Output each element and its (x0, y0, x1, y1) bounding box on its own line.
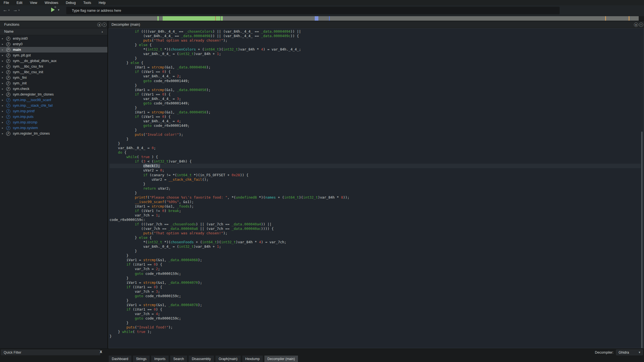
tab-bar: DashboardStringsImportsSearchDisassembly… (109, 356, 298, 362)
memory-segment (163, 16, 215, 21)
code-line: goto code_r0x00001449; (110, 79, 642, 83)
decompiler-select-label: Decompiler: (595, 351, 614, 354)
function-name: sym.imp.__isoc99_scanf (13, 98, 51, 102)
tab-disassembly[interactable]: Disassembly (189, 356, 214, 362)
code-line: iVar1 = strcmp(&s1, _foods); (110, 204, 642, 209)
function-row-sym-init[interactable]: ▸ƒxsym._init (0, 80, 107, 86)
function-row-sym-imp-strcmp[interactable]: ▸ƒisym.imp.strcmp (0, 120, 107, 125)
tab-search[interactable]: Search (170, 356, 187, 362)
code-line: (var_84h._4_4_ == _data.00004098)) || (v… (110, 34, 642, 38)
forward-button[interactable]: →▾ (13, 7, 18, 13)
function-name: sym.imp.__stack_chk_fail (13, 104, 53, 108)
function-row-sym-imp-isoc99-scanf[interactable]: ▸ƒisym.imp.__isoc99_scanf (0, 97, 107, 103)
tab-imports[interactable]: Imports (151, 356, 169, 362)
function-name: sym.__do_global_dtors_aux (13, 59, 56, 63)
code-line: } while( true ); (110, 330, 642, 334)
code-line: iVar1 = strcmp(&s1, _data.00004058); (110, 110, 642, 115)
tab-strings[interactable]: Strings (133, 356, 150, 362)
menu-bar: FileEditViewWindowsDebugToolsHelp (0, 0, 644, 5)
scrollbar-handle[interactable] (641, 132, 643, 348)
expand-arrow-icon[interactable]: ▸ (2, 99, 5, 101)
close-panel-icon[interactable]: ✕ (102, 23, 106, 27)
code-line: } (110, 83, 642, 88)
expand-arrow-icon[interactable]: ▸ (2, 104, 5, 107)
tab-dashboard[interactable]: Dashboard (109, 356, 131, 362)
function-row-main[interactable]: ▸ƒmmain (0, 47, 107, 53)
function-row-sym-imp-stack-chk-fail[interactable]: ▸ƒisym.imp.__stack_chk_fail (0, 103, 107, 108)
function-row-sym-plt-got[interactable]: ▸ƒxsym..plt.got (0, 53, 107, 58)
functions-panel: Functions ◆ ✕ Name ▴ ▸ƒxentry.init0▸ƒxen… (0, 21, 107, 348)
functions-panel-header: Functions ◆ ✕ (0, 21, 107, 28)
start-debug-button[interactable]: D (51, 7, 58, 14)
expand-arrow-icon[interactable]: ▸ (2, 37, 5, 40)
expand-arrow-icon[interactable]: ▸ (2, 93, 5, 96)
code-line: do { (110, 150, 642, 155)
expand-arrow-icon[interactable]: ▸ (2, 82, 5, 85)
expand-arrow-icon[interactable]: ▸ (2, 121, 5, 124)
expand-arrow-icon[interactable]: ▸ (2, 43, 5, 46)
function-icon: ƒi (6, 98, 10, 102)
decompiler-select[interactable]: Ghidra ▼ (616, 349, 643, 355)
expand-arrow-icon[interactable]: ▸ (2, 71, 5, 73)
menu-item-windows[interactable]: Windows (42, 1, 61, 5)
menu-item-file[interactable]: File (1, 1, 11, 5)
selected-token[interactable]: check(); (143, 164, 160, 168)
function-row-sym-do-global-dtors-aux[interactable]: ▸ƒxsym.__do_global_dtors_aux (0, 58, 107, 64)
function-row-sym-register-tm-clones[interactable]: ▸ƒxsym.register_tm_clones (0, 131, 107, 136)
flag-address-search-input[interactable] (66, 7, 560, 14)
expand-arrow-icon[interactable]: ▸ (2, 48, 5, 51)
expand-arrow-icon[interactable]: ▸ (2, 87, 5, 90)
function-row-sym-libc-csu-init[interactable]: ▸ƒxsym.__libc_csu_init (0, 69, 107, 75)
functions-list: ▸ƒxentry.init0▸ƒxentry0▸ƒmmain▸ƒxsym..pl… (0, 36, 107, 348)
expand-arrow-icon[interactable]: ▸ (2, 132, 5, 135)
vertical-scrollbar[interactable] (641, 35, 643, 348)
expand-arrow-icon[interactable]: ▸ (2, 54, 5, 57)
code-line: ((var_7ch == _data.000040a8 || (var_7ch … (110, 227, 642, 231)
function-row-sym-imp-puts[interactable]: ▸ƒisym.imp.puts (0, 114, 107, 120)
function-row-sym-libc-csu-fini[interactable]: ▸ƒxsym.__libc_csu_fini (0, 64, 107, 69)
memory-map-bar[interactable] (0, 16, 644, 21)
debug-options-dropdown-icon[interactable]: ▾ (58, 8, 60, 12)
menu-item-edit[interactable]: Edit (14, 1, 25, 5)
function-row-entry-init0[interactable]: ▸ƒxentry.init0 (0, 36, 107, 41)
menu-item-view[interactable]: View (27, 1, 40, 5)
functions-column-header[interactable]: Name ▴ (0, 28, 107, 35)
undock-panel-icon[interactable]: ◆ (97, 23, 101, 27)
function-row-sym-check[interactable]: ▸ƒxsym.check (0, 86, 107, 92)
code-line: } (110, 249, 642, 253)
tab-graph-main[interactable]: Graph(main) (216, 356, 240, 362)
back-button[interactable]: ←▾ (3, 7, 8, 13)
expand-arrow-icon[interactable]: ▸ (2, 127, 5, 129)
expand-arrow-icon[interactable]: ▸ (2, 110, 5, 113)
expand-arrow-icon[interactable]: ▸ (2, 65, 5, 68)
function-row-sym-fini[interactable]: ▸ƒxsym._fini (0, 75, 107, 80)
function-icon: ƒx (6, 70, 10, 74)
menu-item-help[interactable]: Help (96, 1, 108, 5)
code-line: iVar1 = strcmp(&s1, _data.00004048); (110, 65, 642, 70)
tab-hexdump[interactable]: Hexdump (242, 356, 263, 362)
function-name: sym.__libc_csu_fini (13, 65, 43, 68)
function-row-sym-imp-system[interactable]: ▸ƒisym.imp.system (0, 125, 107, 131)
code-line: } (110, 253, 642, 258)
function-row-sym-imp-printf[interactable]: ▸ƒisym.imp.printf (0, 108, 107, 114)
function-icon: ƒi (6, 104, 10, 108)
menu-item-debug[interactable]: Debug (63, 1, 78, 5)
close-panel-icon[interactable]: ✕ (639, 23, 643, 27)
function-row-entry0[interactable]: ▸ƒxentry0 (0, 41, 107, 47)
back-dropdown-icon[interactable]: ▾ (8, 7, 10, 13)
code-line: if (iVar1 == 0) { (110, 262, 642, 267)
code-line: uVar2 = 0; (110, 168, 642, 173)
expand-arrow-icon[interactable]: ▸ (2, 76, 5, 79)
code-line: goto code_r0x00001449; (110, 123, 642, 128)
undock-panel-icon[interactable]: ◆ (634, 23, 638, 27)
tab-decompiler-main[interactable]: Decompiler (main) (264, 356, 298, 362)
expand-arrow-icon[interactable]: ▸ (2, 115, 5, 118)
menu-item-tools[interactable]: Tools (81, 1, 94, 5)
function-row-sym-deregister-tm-clones[interactable]: ▸ƒxsym.deregister_tm_clones (0, 92, 107, 97)
expand-arrow-icon[interactable]: ▸ (2, 59, 5, 62)
quick-filter-clear-button[interactable]: X (100, 350, 102, 354)
forward-dropdown-icon[interactable]: ▾ (18, 7, 20, 13)
quick-filter-input[interactable] (1, 349, 100, 355)
debug-badge: D (55, 6, 56, 8)
decompiler-code-area[interactable]: if ((((var_84h._4_4_ == _chosenColors) |… (108, 28, 644, 348)
